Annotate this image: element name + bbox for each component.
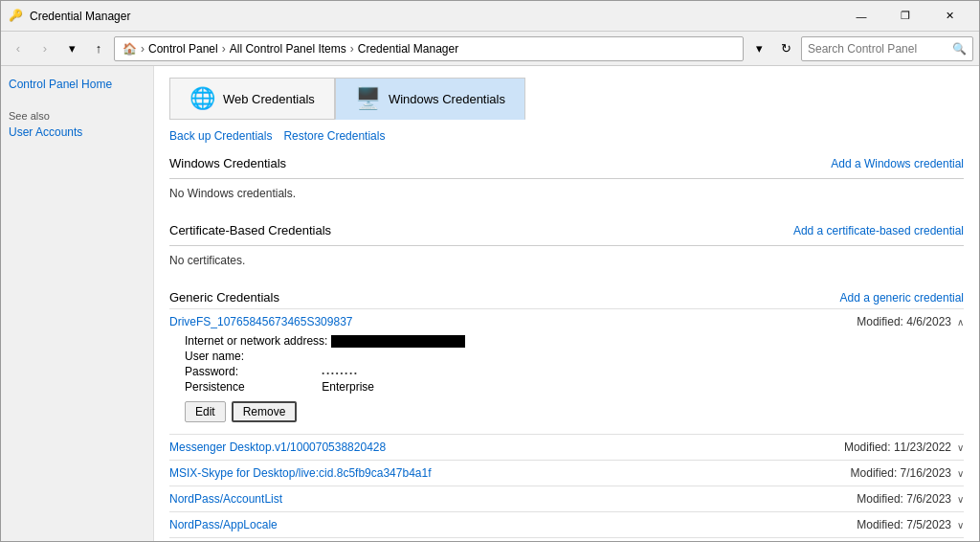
chevron-up-icon: ∧ bbox=[957, 317, 964, 327]
section-header-generic: Generic Credentials Add a generic creden… bbox=[169, 286, 964, 308]
chevron-down-icon-nordpass-applocale: ∨ bbox=[957, 520, 964, 531]
cred-item-nordpass-accountlist-meta: Modified: 7/6/2023 ∨ bbox=[857, 492, 964, 506]
close-button[interactable]: ✕ bbox=[927, 1, 971, 32]
no-cert-creds: No certificates. bbox=[169, 250, 964, 275]
internet-value-masked bbox=[331, 335, 465, 348]
add-windows-cred-link[interactable]: Add a Windows credential bbox=[831, 157, 964, 170]
internet-label: Internet or network address: bbox=[185, 334, 327, 348]
chevron-down-icon-skype: ∨ bbox=[957, 468, 964, 479]
restore-link[interactable]: Restore Credentials bbox=[283, 129, 385, 143]
cred-item-drivefs: DriveFS_10765845673465S309837 Modified: … bbox=[169, 308, 964, 434]
persistence-label: Persistence bbox=[185, 380, 319, 394]
cred-actions-drivefs: Edit Remove bbox=[185, 401, 964, 422]
breadcrumb-credential-manager: Credential Manager bbox=[358, 42, 458, 56]
backup-link[interactable]: Back up Credentials bbox=[169, 129, 272, 143]
breadcrumb-control-panel: Control Panel bbox=[148, 42, 218, 56]
addressbar: ‹ › ▾ ↑ 🏠 › Control Panel › All Control … bbox=[1, 32, 979, 66]
main-window: 🔑 Credential Manager — ❐ ✕ ‹ › ▾ ↑ 🏠 › C… bbox=[0, 0, 980, 542]
content-area: 🌐 Web Credentials 🖥️ Windows Credentials… bbox=[154, 66, 979, 542]
cred-item-skype-name: MSIX-Skype for Desktop/live:cid.8c5fb9ca… bbox=[169, 466, 431, 480]
cred-item-messenger-header[interactable]: Messenger Desktop.v1/100070538820428 Mod… bbox=[169, 440, 964, 454]
cred-item-skype-modified: Modified: 7/16/2023 bbox=[851, 466, 951, 480]
main-layout: Control Panel Home See also User Account… bbox=[1, 66, 979, 542]
divider-cert bbox=[169, 245, 964, 246]
cred-item-skype-header[interactable]: MSIX-Skype for Desktop/live:cid.8c5fb9ca… bbox=[169, 466, 964, 480]
refresh-button[interactable]: ↻ bbox=[774, 37, 797, 60]
action-links: Back up Credentials Restore Credentials bbox=[154, 120, 979, 152]
sidebar-user-accounts[interactable]: User Accounts bbox=[9, 125, 145, 139]
section-title-windows: Windows Credentials bbox=[169, 156, 286, 170]
dropdown-button[interactable]: ▾ bbox=[747, 37, 770, 60]
cred-field-internet: Internet or network address: bbox=[185, 334, 964, 348]
recent-button[interactable]: ▾ bbox=[60, 37, 83, 60]
cred-item-nordpass-accountlist: NordPass/AccountList Modified: 7/6/2023 … bbox=[169, 486, 964, 511]
cred-item-drivefs-modified: Modified: 4/6/2023 bbox=[857, 315, 951, 328]
cred-item-nordpass-accountlist-header[interactable]: NordPass/AccountList Modified: 7/6/2023 … bbox=[169, 492, 964, 506]
remove-button[interactable]: Remove bbox=[232, 401, 298, 422]
tab-web-credentials[interactable]: 🌐 Web Credentials bbox=[169, 78, 335, 120]
chevron-down-icon-nordpass-accountlist: ∨ bbox=[957, 494, 964, 505]
cred-item-skype-meta: Modified: 7/16/2023 ∨ bbox=[851, 466, 964, 480]
maximize-button[interactable]: ❐ bbox=[883, 1, 927, 32]
see-also-label: See also bbox=[9, 110, 145, 122]
section-windows-creds: Windows Credentials Add a Windows creden… bbox=[154, 152, 979, 208]
search-icon: 🔍 bbox=[952, 42, 967, 56]
persistence-value: Enterprise bbox=[322, 380, 374, 394]
add-cert-cred-link[interactable]: Add a certificate-based credential bbox=[793, 224, 964, 237]
cred-item-nordpass-applocale-modified: Modified: 7/5/2023 bbox=[857, 518, 951, 531]
breadcrumb-home-icon: 🏠 bbox=[122, 42, 137, 56]
back-button[interactable]: ‹ bbox=[7, 37, 30, 60]
cred-item-nordpass-accountlist-name: NordPass/AccountList bbox=[169, 492, 282, 506]
web-cred-icon: 🌐 bbox=[189, 86, 215, 111]
cred-field-username: User name: bbox=[185, 350, 964, 363]
section-generic-creds: Generic Credentials Add a generic creden… bbox=[154, 286, 979, 542]
cred-item-nordpass-applocale-name: NordPass/AppLocale bbox=[169, 518, 278, 531]
section-title-cert: Certificate-Based Credentials bbox=[169, 223, 331, 237]
cred-item-nordpass-applocale-meta: Modified: 7/5/2023 ∨ bbox=[857, 518, 964, 531]
cred-item-nordpass-applocale-header[interactable]: NordPass/AppLocale Modified: 7/5/2023 ∨ bbox=[169, 518, 964, 531]
tab-windows-credentials[interactable]: 🖥️ Windows Credentials bbox=[335, 78, 525, 120]
forward-button[interactable]: › bbox=[33, 37, 56, 60]
cred-item-drivefs-name: DriveFS_10765845673465S309837 bbox=[169, 315, 353, 328]
no-windows-creds: No Windows credentials. bbox=[169, 183, 964, 208]
password-value: •••••••• bbox=[322, 369, 358, 377]
edit-button[interactable]: Edit bbox=[185, 401, 226, 422]
tab-web-label: Web Credentials bbox=[223, 92, 315, 106]
section-header-cert: Certificate-Based Credentials Add a cert… bbox=[169, 219, 964, 241]
cred-drivefs-expanded: Internet or network address: User name: … bbox=[169, 328, 964, 428]
cred-field-password: Password: •••••••• bbox=[185, 365, 964, 378]
sidebar: Control Panel Home See also User Account… bbox=[1, 66, 154, 542]
cred-item-messenger: Messenger Desktop.v1/100070538820428 Mod… bbox=[169, 434, 964, 460]
password-label: Password: bbox=[185, 365, 319, 378]
cred-item-messenger-meta: Modified: 11/23/2022 ∨ bbox=[844, 440, 964, 454]
tab-windows-label: Windows Credentials bbox=[389, 92, 505, 106]
credential-tabs: 🌐 Web Credentials 🖥️ Windows Credentials bbox=[154, 66, 979, 120]
sidebar-control-panel-home[interactable]: Control Panel Home bbox=[9, 78, 145, 91]
divider-windows bbox=[169, 178, 964, 179]
cred-item-skype: MSIX-Skype for Desktop/live:cid.8c5fb9ca… bbox=[169, 460, 964, 486]
cred-item-nordpass-applocale: NordPass/AppLocale Modified: 7/5/2023 ∨ bbox=[169, 511, 964, 537]
cred-item-messenger-modified: Modified: 11/23/2022 bbox=[844, 440, 951, 454]
username-label: User name: bbox=[185, 350, 319, 363]
titlebar: 🔑 Credential Manager — ❐ ✕ bbox=[1, 1, 979, 32]
breadcrumb-all-items: All Control Panel Items bbox=[230, 42, 346, 56]
section-cert-creds: Certificate-Based Credentials Add a cert… bbox=[154, 219, 979, 275]
cred-item-drivefs-header[interactable]: DriveFS_10765845673465S309837 Modified: … bbox=[169, 315, 964, 328]
up-button[interactable]: ↑ bbox=[87, 37, 110, 60]
section-header-windows: Windows Credentials Add a Windows creden… bbox=[169, 152, 964, 174]
add-generic-cred-link[interactable]: Add a generic credential bbox=[840, 291, 964, 305]
windows-cred-icon: 🖥️ bbox=[355, 86, 381, 111]
minimize-button[interactable]: — bbox=[839, 1, 883, 32]
search-box: 🔍 bbox=[801, 36, 973, 61]
search-input[interactable] bbox=[808, 42, 952, 56]
app-icon: 🔑 bbox=[9, 9, 24, 24]
chevron-down-icon-messenger: ∨ bbox=[957, 442, 964, 453]
sidebar-see-also: See also User Accounts bbox=[9, 110, 145, 139]
cred-item-nordpass-accountlist-modified: Modified: 7/6/2023 bbox=[857, 492, 951, 506]
cred-item-drivefs-meta: Modified: 4/6/2023 ∧ bbox=[857, 315, 964, 328]
cred-field-persistence: Persistence Enterprise bbox=[185, 380, 964, 394]
window-title: Credential Manager bbox=[30, 10, 839, 23]
breadcrumb[interactable]: 🏠 › Control Panel › All Control Panel It… bbox=[114, 36, 744, 61]
cred-item-messenger-name: Messenger Desktop.v1/100070538820428 bbox=[169, 440, 386, 454]
cred-item-nordpass-apptheme: NordPass/AppTheme Modified: 7/5/2023 ∨ bbox=[169, 537, 964, 542]
